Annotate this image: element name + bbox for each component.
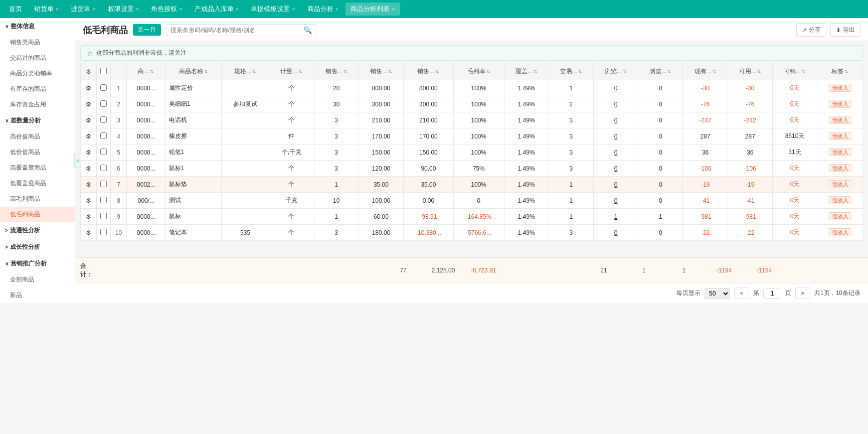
nav-item-商品分析[interactable]: 商品分析×: [302, 3, 343, 16]
col-current-stock[interactable]: 现有...⇅: [683, 63, 728, 80]
row-views1[interactable]: 0: [593, 96, 638, 112]
col-sales-profit[interactable]: 销售...⇅: [404, 63, 454, 80]
row-checkbox[interactable]: [97, 80, 111, 96]
row-views1[interactable]: 0: [593, 193, 638, 209]
nav-item-首页[interactable]: 首页: [4, 3, 27, 16]
row-select-checkbox[interactable]: [100, 213, 107, 219]
nav-close-icon[interactable]: ×: [92, 6, 95, 12]
nav-close-icon[interactable]: ×: [179, 6, 182, 12]
row-views1[interactable]: 0: [593, 161, 638, 177]
row-checkbox[interactable]: [97, 96, 111, 112]
row-checkbox[interactable]: [97, 225, 111, 241]
sidebar-item-高覆盖度商品[interactable]: 高覆盖度商品: [0, 160, 75, 176]
row-views1[interactable]: 0: [593, 177, 638, 193]
nav-item-销货单[interactable]: 销货单×: [29, 3, 64, 16]
sidebar-group-差数量分析[interactable]: ∨ 差数量分析: [0, 112, 75, 129]
row-settings[interactable]: ⚙: [81, 96, 97, 112]
nav-close-icon[interactable]: ×: [292, 6, 295, 12]
col-available[interactable]: 可用...⇅: [728, 63, 772, 80]
sidebar-item-全部商品[interactable]: 全部商品: [0, 272, 75, 287]
row-select-checkbox[interactable]: [100, 84, 107, 91]
prev-page-button[interactable]: ＜: [734, 287, 749, 299]
col-sales-price[interactable]: 销售...⇅: [359, 63, 403, 80]
row-select-checkbox[interactable]: [100, 132, 107, 139]
page-size-select[interactable]: 50 100 200: [705, 288, 730, 299]
col-views1[interactable]: 浏览...⇅: [593, 63, 638, 80]
row-settings[interactable]: ⚙: [81, 225, 97, 241]
nav-item-进货单[interactable]: 进货单×: [66, 3, 100, 16]
row-settings[interactable]: ⚙: [81, 80, 97, 96]
search-icon[interactable]: 🔍: [303, 26, 312, 34]
row-checkbox[interactable]: [97, 161, 111, 177]
sidebar-group-流通性分析[interactable]: > 流通性分析: [0, 222, 75, 239]
col-code[interactable]: 商...⇅: [127, 63, 166, 80]
col-transactions[interactable]: 交易...⇅: [549, 63, 593, 80]
row-select-checkbox[interactable]: [100, 165, 107, 171]
search-input[interactable]: [170, 27, 303, 34]
next-page-button[interactable]: ＞: [795, 287, 810, 299]
filter-btn[interactable]: 近一月: [133, 24, 161, 36]
page-number-input[interactable]: [763, 288, 781, 299]
row-settings[interactable]: ⚙: [81, 144, 97, 161]
row-settings[interactable]: ⚙: [81, 177, 97, 193]
row-settings[interactable]: ⚙: [81, 193, 97, 209]
row-settings[interactable]: ⚙: [81, 128, 97, 144]
sidebar-item-交易过的商品[interactable]: 交易过的商品: [0, 50, 75, 66]
col-sales-qty[interactable]: 销售...⇅: [314, 63, 359, 80]
share-button[interactable]: ↗ 分享: [796, 23, 826, 37]
row-views1[interactable]: 0: [593, 144, 638, 161]
row-views1[interactable]: 0: [593, 80, 638, 96]
nav-close-icon[interactable]: ×: [335, 6, 338, 12]
row-views1[interactable]: 0: [593, 128, 638, 144]
nav-item-商品分析列表[interactable]: 商品分析列表×: [345, 3, 400, 16]
sidebar-item-低覆盖度商品[interactable]: 低覆盖度商品: [0, 176, 75, 191]
row-views1[interactable]: 1: [593, 209, 638, 225]
nav-close-icon[interactable]: ×: [136, 6, 139, 12]
row-checkbox[interactable]: [97, 209, 111, 225]
col-settings[interactable]: ⚙: [81, 63, 97, 80]
row-select-checkbox[interactable]: [100, 100, 107, 107]
nav-item-单据模板设置[interactable]: 单据模板设置×: [246, 3, 300, 16]
row-checkbox[interactable]: [97, 177, 111, 193]
col-checkbox[interactable]: [97, 63, 111, 80]
row-settings[interactable]: ⚙: [81, 112, 97, 128]
row-checkbox[interactable]: [97, 193, 111, 209]
col-spec[interactable]: 规格...⇅: [221, 63, 269, 80]
col-unit[interactable]: 计量...⇅: [269, 63, 314, 80]
nav-close-icon[interactable]: ×: [236, 6, 239, 12]
sidebar-item-高价值商品[interactable]: 高价值商品: [0, 129, 75, 144]
row-checkbox[interactable]: [97, 112, 111, 128]
col-views2[interactable]: 浏览...⇅: [638, 63, 683, 80]
sidebar-item-库存资金占用[interactable]: 库存资金占用: [0, 97, 75, 112]
sidebar-group-整体信息[interactable]: ∨ 整体信息: [0, 18, 75, 35]
nav-close-icon[interactable]: ×: [56, 6, 59, 12]
row-checkbox[interactable]: [97, 128, 111, 144]
nav-item-权限设置[interactable]: 权限设置×: [103, 3, 144, 16]
row-settings[interactable]: ⚙: [81, 209, 97, 225]
row-views1[interactable]: 0: [593, 112, 638, 128]
col-name[interactable]: 商品名称⇅: [165, 63, 221, 80]
row-select-checkbox[interactable]: [100, 116, 107, 123]
export-button[interactable]: ⬇ 导出: [830, 23, 860, 37]
sidebar-item-销售类商品[interactable]: 销售类商品: [0, 35, 75, 50]
col-tag[interactable]: 标签⇅: [817, 63, 863, 80]
nav-close-icon[interactable]: ×: [392, 6, 395, 12]
nav-item-角色授权[interactable]: 角色授权×: [146, 3, 187, 16]
sidebar-item-高毛利商品[interactable]: 高毛利商品: [0, 191, 75, 207]
sidebar-collapse-button[interactable]: «: [74, 154, 81, 168]
sidebar-group-成长性分析[interactable]: > 成长性分析: [0, 239, 75, 255]
sidebar-item-有库存的商品[interactable]: 有库存的商品: [0, 81, 75, 97]
nav-item-产成品入库单[interactable]: 产成品入库单×: [190, 3, 244, 16]
row-select-checkbox[interactable]: [100, 229, 107, 235]
sidebar-item-商品分类助销率[interactable]: 商品分类助销率: [0, 66, 75, 81]
row-settings[interactable]: ⚙: [81, 161, 97, 177]
sidebar-item-低价值商品[interactable]: 低价值商品: [0, 144, 75, 160]
row-select-checkbox[interactable]: [100, 149, 107, 155]
sidebar-group-营销推广分析[interactable]: ∨ 营销推广分析: [0, 255, 75, 272]
row-select-checkbox[interactable]: [100, 197, 107, 203]
search-box[interactable]: 🔍: [166, 24, 316, 36]
col-gross-margin[interactable]: 毛利率⇅: [453, 63, 504, 80]
row-views1[interactable]: 0: [593, 225, 638, 241]
col-coverage[interactable]: 覆盖...⇅: [504, 63, 549, 80]
row-select-checkbox[interactable]: [100, 181, 107, 187]
